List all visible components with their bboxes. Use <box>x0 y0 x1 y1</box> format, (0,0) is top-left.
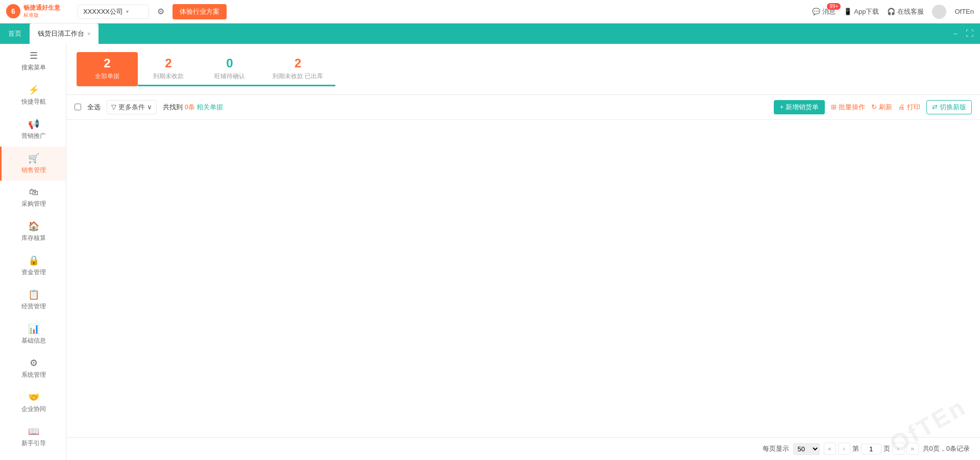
chevron-down-icon: ▾ <box>126 9 129 14</box>
page-nav: « ‹ 第 页 › » <box>824 443 919 455</box>
sidebar-item-label: 销售管理 <box>21 166 46 175</box>
filter-button[interactable]: ▽ 更多条件 ∨ <box>107 100 157 114</box>
sidebar-item-label: 基础信息 <box>21 336 46 345</box>
logo-text-area: 畅捷通好生意 标准版 <box>23 4 60 18</box>
tab-active[interactable]: 钱货日清工作台 × <box>30 23 99 44</box>
sidebar-item-label: 经营管理 <box>21 302 46 311</box>
add-sales-button[interactable]: + 新增销货单 <box>774 100 825 114</box>
sidebar-item-enterprise[interactable]: 🤝 企业协同 <box>0 385 66 420</box>
stat-label-overdue: 到期未收款 <box>150 72 187 81</box>
logo-main: 畅捷通好生意 <box>23 4 60 11</box>
messages-button[interactable]: 💬 消息 99+ <box>812 7 836 16</box>
online-service-button[interactable]: 🎧 在线客服 <box>887 7 924 16</box>
minimize-icon[interactable]: － <box>949 27 962 41</box>
sidebar-item-inventory[interactable]: 🏠 库存核算 <box>0 214 66 249</box>
found-count: 0条 <box>185 103 195 111</box>
stat-card-pending[interactable]: 0 旺辅待确认 <box>199 52 260 86</box>
nav-tabs: 首页 钱货日清工作台 × － ⛶ <box>0 23 980 44</box>
stats-row: 2 全部单据 2 到期未收款 0 旺辅待确认 2 到期未收款 已出库 <box>66 44 980 95</box>
refresh-icon: ↻ <box>871 103 877 111</box>
last-page-button[interactable]: » <box>906 443 919 455</box>
stat-num-overdue: 2 <box>150 56 187 71</box>
refresh-button[interactable]: ↻ 刷新 <box>871 103 892 112</box>
sidebar-item-operations[interactable]: 📋 经营管理 <box>0 283 66 317</box>
sidebar-item-label: 采购管理 <box>21 200 46 208</box>
tab-home[interactable]: 首页 <box>0 23 30 44</box>
sidebar-item-label: 企业协同 <box>21 405 46 414</box>
purchase-icon: 🛍 <box>29 187 38 198</box>
batch-operation-button[interactable]: ⊞ 批量操作 <box>831 103 865 112</box>
select-all-label: 全选 <box>87 103 101 112</box>
messages-badge: 99+ <box>827 3 841 10</box>
total-label: 共0页，0条记录 <box>923 444 970 453</box>
sidebar-item-marketing[interactable]: 📢 营销推广 <box>0 112 66 147</box>
guide-icon: 📖 <box>28 426 39 437</box>
next-page-button[interactable]: › <box>892 443 904 455</box>
page-suffix-label: 页 <box>884 444 890 453</box>
top-header: 6 畅捷通好生意 标准版 XXXXXX公司 ▾ ⚙ 体验行业方案 💬 消息 99… <box>0 0 980 23</box>
page-input[interactable] <box>861 444 881 454</box>
logo-sub: 标准版 <box>23 12 60 19</box>
switch-version-button[interactable]: ⇄ 切换新版 <box>926 100 972 114</box>
print-button[interactable]: 🖨 打印 <box>898 103 920 112</box>
trial-button[interactable]: 体验行业方案 <box>173 4 227 19</box>
stat-card-all[interactable]: 2 全部单据 <box>77 52 138 86</box>
sales-icon: 🛒 <box>28 153 39 164</box>
sidebar-item-app-center[interactable]: 🏪 应用中心 <box>0 454 66 460</box>
search-menu-icon: ☰ <box>30 50 38 61</box>
chevron-icon: ∨ <box>147 103 152 111</box>
toolbar: 全选 ▽ 更多条件 ∨ 共找到 0条 相关单据 + 新增销货单 ⊞ 批量操作 ↻ <box>66 95 980 120</box>
sidebar-item-label: 搜索菜单 <box>21 63 46 72</box>
sidebar-item-label: 新手引导 <box>21 439 46 448</box>
stat-label-shipped: 到期未收款 已出库 <box>273 72 323 81</box>
stat-num-pending: 0 <box>211 56 248 71</box>
switch-icon: ⇄ <box>932 103 938 111</box>
company-selector[interactable]: XXXXXX公司 ▾ <box>78 5 149 19</box>
inventory-icon: 🏠 <box>28 221 39 232</box>
sidebar-item-label: 营销推广 <box>21 132 46 140</box>
enterprise-icon: 🤝 <box>28 392 39 403</box>
sidebar-item-quick-nav[interactable]: ⚡ 快捷导航 <box>0 78 66 112</box>
avatar[interactable] <box>932 5 946 19</box>
tab-close-icon[interactable]: × <box>87 31 90 37</box>
finance-icon: 🔒 <box>28 255 39 266</box>
message-icon: 💬 <box>812 8 820 15</box>
system-icon: ⚙ <box>30 357 38 369</box>
nav-right-buttons: － ⛶ <box>949 27 980 41</box>
per-page-select[interactable]: 10 20 50 100 <box>793 443 820 455</box>
filter-icon: ▽ <box>111 103 116 111</box>
operations-icon: 📋 <box>28 289 39 300</box>
first-page-button[interactable]: « <box>824 443 836 455</box>
sidebar-item-basic-info[interactable]: 📊 基础信息 <box>0 317 66 351</box>
settings-button[interactable]: ⚙ <box>153 4 168 19</box>
per-page-label: 每页显示 <box>763 444 789 453</box>
app-download-button[interactable]: 📱 App下载 <box>844 7 879 16</box>
sidebar-item-guide[interactable]: 📖 新手引导 <box>0 420 66 454</box>
sidebar-item-sales[interactable]: 🛒 销售管理 <box>0 147 66 181</box>
sidebar-item-label: 快捷导航 <box>21 98 46 106</box>
sidebar: ☰ 搜索菜单 ⚡ 快捷导航 📢 营销推广 🛒 销售管理 🛍 采购管理 🏠 库存核… <box>0 44 66 460</box>
sidebar-item-label: 库存核算 <box>21 234 46 243</box>
prev-page-button[interactable]: ‹ <box>838 443 850 455</box>
sidebar-item-system[interactable]: ⚙ 系统管理 <box>0 351 66 385</box>
user-name: OfTEn <box>954 8 974 15</box>
select-all-checkbox[interactable] <box>75 104 81 110</box>
sidebar-item-search[interactable]: ☰ 搜索菜单 <box>0 44 66 78</box>
main-layout: ☰ 搜索菜单 ⚡ 快捷导航 📢 营销推广 🛒 销售管理 🛍 采购管理 🏠 库存核… <box>0 44 980 460</box>
sidebar-item-label: 资金管理 <box>21 268 46 277</box>
sidebar-item-finance[interactable]: 🔒 资金管理 <box>0 249 66 283</box>
basic-info-icon: 📊 <box>28 323 39 334</box>
stat-label-pending: 旺辅待确认 <box>211 72 248 81</box>
print-icon: 🖨 <box>898 103 905 111</box>
found-link[interactable]: 相关单据 <box>197 103 223 111</box>
toolbar-right: + 新增销货单 ⊞ 批量操作 ↻ 刷新 🖨 打印 ⇄ 切换新版 <box>774 100 972 114</box>
maximize-icon[interactable]: ⛶ <box>964 27 976 40</box>
stat-card-overdue[interactable]: 2 到期未收款 <box>138 52 199 86</box>
marketing-icon: 📢 <box>28 118 39 130</box>
sidebar-item-label: 系统管理 <box>21 371 46 379</box>
stat-num-shipped: 2 <box>273 56 323 71</box>
sidebar-item-purchase[interactable]: 🛍 采购管理 <box>0 181 66 214</box>
online-service-icon: 🎧 <box>887 8 895 15</box>
stat-card-shipped[interactable]: 2 到期未收款 已出库 <box>260 52 335 86</box>
logo-icon: 6 <box>6 4 20 18</box>
